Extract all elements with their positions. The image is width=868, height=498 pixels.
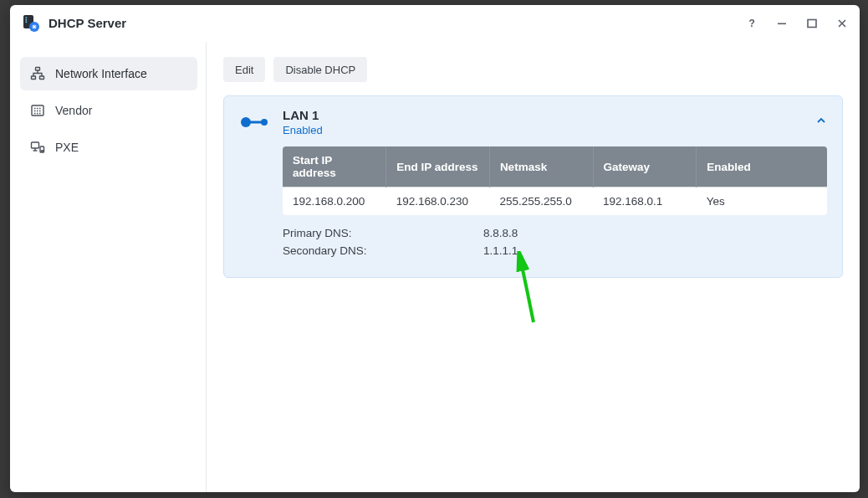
svg-rect-12	[32, 142, 39, 148]
svg-rect-3	[26, 21, 28, 23]
primary-dns-value: 8.8.8.8	[483, 227, 518, 239]
cell-enabled: Yes	[697, 187, 827, 216]
app-icon	[22, 14, 40, 33]
maximize-button[interactable]	[804, 16, 819, 31]
col-enabled: Enabled	[697, 146, 827, 187]
svg-rect-2	[26, 19, 28, 21]
sidebar-item-pxe[interactable]: PXE	[20, 131, 197, 164]
sidebar-item-label: Network Interface	[55, 67, 147, 80]
close-button[interactable]	[835, 16, 850, 31]
sidebar-item-vendor[interactable]: Vendor	[20, 94, 197, 127]
svg-rect-10	[40, 76, 44, 80]
svg-text:?: ?	[749, 18, 755, 29]
window-controls: ?	[744, 16, 850, 31]
cell-end-ip: 192.168.0.230	[386, 187, 490, 216]
svg-rect-14	[41, 151, 43, 151]
svg-rect-6	[778, 23, 786, 24]
cell-start-ip: 192.168.0.200	[283, 187, 386, 216]
svg-rect-16	[249, 121, 263, 124]
minimize-button[interactable]	[774, 16, 789, 31]
titlebar: DHCP Server ?	[10, 5, 860, 42]
col-start-ip: Start IP address	[283, 146, 386, 187]
secondary-dns-value: 1.1.1.1	[483, 244, 518, 257]
help-button[interactable]: ?	[744, 16, 759, 31]
primary-dns-label: Primary DNS:	[283, 227, 475, 239]
connection-icon	[239, 115, 271, 130]
sidebar-item-label: PXE	[55, 141, 79, 154]
window-title: DHCP Server	[49, 16, 744, 30]
col-gateway: Gateway	[593, 146, 697, 187]
ip-range-table: Start IP address End IP address Netmask …	[283, 146, 827, 215]
cell-netmask: 255.255.255.0	[489, 187, 593, 216]
sidebar-item-network-interface[interactable]: Network Interface	[20, 57, 197, 90]
cell-gateway: 192.168.0.1	[593, 187, 697, 216]
disable-dhcp-button[interactable]: Disable DHCP	[273, 57, 367, 82]
pxe-icon	[30, 140, 45, 155]
sidebar-item-label: Vendor	[55, 104, 92, 117]
svg-point-17	[261, 119, 268, 126]
main-content: Edit Disable DHCP LAN 1 Enabled	[207, 42, 860, 492]
content-body: Network Interface Vendor	[10, 42, 860, 492]
svg-rect-1	[26, 17, 28, 18]
panel-status: Enabled	[283, 124, 323, 136]
svg-rect-7	[808, 19, 816, 27]
collapse-chevron-icon[interactable]	[815, 115, 827, 130]
vendor-icon	[30, 103, 45, 118]
dns-block: Primary DNS: 8.8.8.8 Secondary DNS: 1.1.…	[283, 227, 827, 257]
secondary-dns-label: Secondary DNS:	[283, 244, 475, 257]
interface-panel: LAN 1 Enabled Start IP address End I	[223, 95, 843, 278]
table-row[interactable]: 192.168.0.200 192.168.0.230 255.255.255.…	[283, 187, 827, 216]
edit-button[interactable]: Edit	[223, 57, 265, 82]
svg-rect-9	[32, 76, 36, 80]
network-interface-icon	[30, 66, 45, 81]
toolbar: Edit Disable DHCP	[223, 57, 843, 82]
col-end-ip: End IP address	[386, 146, 490, 187]
svg-rect-8	[36, 68, 40, 71]
col-netmask: Netmask	[489, 146, 593, 187]
window: DHCP Server ?	[10, 5, 860, 492]
sidebar: Network Interface Vendor	[10, 42, 207, 492]
panel-title: LAN 1	[283, 108, 323, 122]
panel-header: LAN 1 Enabled	[239, 108, 827, 136]
